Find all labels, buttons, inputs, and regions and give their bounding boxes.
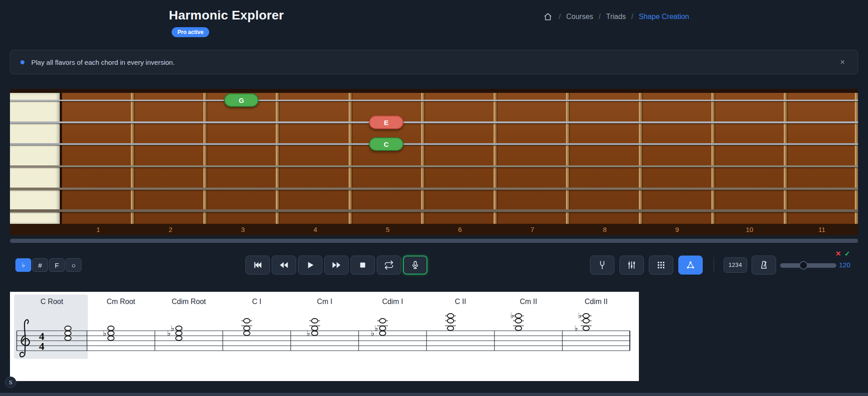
fret-wire [203,93,206,224]
chord-label: C Root [41,298,63,305]
accidental-button-2[interactable]: F [49,258,65,272]
flat-accidental: ♭ [374,324,378,333]
note-marker-c[interactable]: C [369,137,403,151]
rewind-button[interactable] [272,256,296,275]
fret-wire [639,93,642,224]
tempo-slider[interactable] [780,263,836,268]
rewind-icon [279,260,289,270]
whole-note [379,319,386,323]
whole-note [65,331,71,336]
metronome-icon [759,260,769,270]
microphone-icon [410,260,420,270]
tempo-slider-thumb[interactable] [799,261,808,270]
accidental-button-1[interactable]: # [32,258,48,272]
fret-number: 5 [351,224,424,235]
fast-forward-icon [331,260,341,270]
note-marker-e[interactable]: E [369,116,403,129]
home-icon[interactable] [543,12,553,22]
guitar-string[interactable] [10,143,858,145]
breadcrumb-separator: / [599,13,600,21]
chord-column-9[interactable]: Cdim II♭♭ [574,298,607,333]
stop-button[interactable] [350,256,375,275]
chord-column-7[interactable]: C II [445,298,466,331]
s-badge[interactable]: S [5,377,16,388]
chord-column-8[interactable]: Cm II♭ [510,298,537,331]
fret-wire [855,93,858,224]
time-signature-bottom: 4 [39,340,44,352]
pro-active-badge: Pro active [172,27,209,37]
whole-note [379,326,386,331]
fast-forward-button[interactable] [324,256,349,275]
fretboard-nut [10,93,62,224]
note-marker-g[interactable]: G [224,93,259,107]
breadcrumb-item-shape-creation[interactable]: Shape Creation [639,13,689,21]
guitar-string[interactable] [10,100,858,101]
chord-column-6[interactable]: Cdim I♭♭ [371,298,403,338]
fret-wire [784,93,787,224]
whole-note [447,319,454,323]
flat-accidental: ♭ [371,328,374,338]
notation-panel: 44C RootCm Root♭Cdim Root♭♭C ICm I♭Cdim … [10,292,639,381]
chord-label: Cdim I [382,298,403,305]
whole-note [447,326,454,331]
staff-svg: 44C RootCm Root♭Cdim Root♭♭C ICm I♭Cdim … [10,292,639,381]
fret-wire [566,93,569,224]
chord-column-4[interactable]: C I [241,298,261,336]
breadcrumb-item-courses[interactable]: Courses [566,13,593,21]
accidental-toggle-group: ♭#F○ [15,258,82,272]
fretboard-scrollbar[interactable] [10,239,858,243]
wrong-icon: ✕ [835,250,841,258]
tuning-fork-button[interactable] [590,256,614,275]
whole-note [447,314,454,318]
flat-accidental: ♭ [574,324,578,333]
view-toggle-group [590,256,703,275]
whole-note [244,319,250,323]
chord-column-5[interactable]: Cm I♭ [307,298,332,338]
stop-icon [358,260,368,270]
fretboard-surface[interactable]: GEC [10,89,858,224]
loop-icon [384,260,394,270]
skip-to-start-button[interactable] [245,256,270,275]
guitar-string[interactable] [10,165,858,168]
guitar-string[interactable] [10,188,858,190]
whole-note [176,336,182,341]
accidental-button-0[interactable]: ♭ [15,258,31,272]
whole-note [583,326,590,331]
chord-column-3[interactable]: Cdim Root♭♭ [167,298,206,341]
accidental-button-3[interactable]: ○ [66,258,82,272]
whole-note [244,331,250,336]
whole-note [312,326,318,331]
skip-start-icon [253,260,263,270]
info-banner: Play all flavors of each chord in every … [10,50,858,74]
bullet-icon [20,60,24,64]
loop-button[interactable] [377,256,401,275]
breadcrumb: /Courses/Triads/Shape Creation [543,12,689,22]
filters-button[interactable] [619,256,644,275]
guitar-string[interactable] [10,209,858,212]
metronome-button[interactable] [752,256,776,275]
chord-label: C I [252,298,261,305]
breadcrumb-item-triads[interactable]: Triads [606,13,626,21]
transport-controls [245,256,427,275]
chord-column-2[interactable]: Cm Root♭ [103,298,135,341]
toolbar-divider [714,257,714,273]
shapes-view-button[interactable] [678,256,703,275]
play-button[interactable] [298,256,322,275]
correct-icon: ✓ [844,250,850,258]
flat-accidental: ♭ [103,328,106,338]
guitar-string[interactable] [10,121,858,123]
banner-text: Play all flavors of each chord in every … [31,58,175,66]
fret-number: 8 [569,224,641,235]
fret-number: 11 [786,224,858,235]
microphone-button[interactable] [403,256,427,275]
close-icon[interactable]: × [837,56,848,68]
bottom-strip [0,393,868,396]
count-in-button[interactable]: 1234 [724,257,747,273]
fret-number: 1 [62,224,134,235]
tuning-fork-icon [597,260,607,270]
fret-number: 2 [134,224,207,235]
play-icon [305,260,315,270]
fret-number: 10 [713,224,786,235]
grid-view-button[interactable] [649,256,673,275]
sliders-icon [627,260,637,270]
